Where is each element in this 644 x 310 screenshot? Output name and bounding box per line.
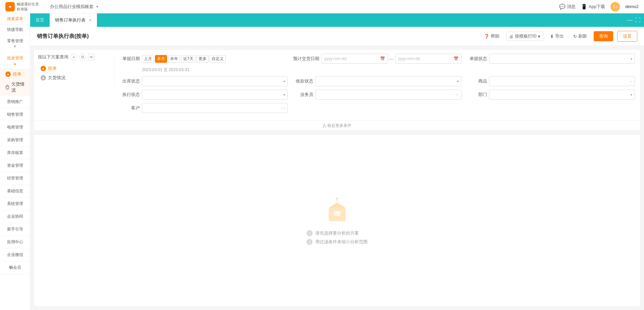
delivery-status-label: 出库状态: [120, 78, 140, 84]
dept-select[interactable]: [489, 90, 635, 100]
refresh-icon: ↻: [573, 34, 577, 39]
download-icon: 📱: [581, 4, 587, 10]
expected-date-label: 预计交货日期: [293, 56, 319, 62]
refresh-button[interactable]: ↻ 刷新: [571, 32, 590, 41]
sidebar-search[interactable]: 搜索菜单: [0, 13, 30, 25]
print-dropdown-icon[interactable]: ▾: [538, 34, 540, 39]
sidebar: 搜索菜单 快捷导航 零售管理 ▼ 批发管理 ▲ ● 按单 ● 欠货情况 营销推广…: [0, 13, 30, 310]
sidebar-item-label: 批发管理: [7, 55, 23, 61]
tab-close-icon[interactable]: ×: [89, 17, 92, 23]
print-button[interactable]: 🖨 按模板打印 ▾: [506, 32, 543, 41]
sidebar-item-wechat[interactable]: 企业微信: [0, 249, 30, 261]
message-action[interactable]: 💬 消息: [559, 4, 576, 10]
date-btn-7days[interactable]: 近7天: [181, 55, 196, 63]
sidebar-item-finance[interactable]: 资金管理: [0, 159, 30, 172]
status-dropdown-icon: ▾: [631, 57, 632, 61]
date-btn-this-year[interactable]: 本年: [168, 55, 180, 63]
svg-point-5: [336, 198, 338, 200]
status-control: ▾: [489, 54, 635, 64]
customer-input[interactable]: [142, 103, 288, 113]
customer-more-icon[interactable]: ···: [282, 106, 285, 110]
settings-button[interactable]: 设置: [617, 31, 637, 42]
sidebar-item-apps[interactable]: 应用中心: [0, 236, 30, 249]
payment-dropdown-icon: ▾: [457, 80, 459, 83]
date-btn-more[interactable]: 更多: [197, 55, 209, 63]
sidebar-item-guide[interactable]: 新手引导: [0, 223, 30, 236]
payment-status-control: ▾: [315, 76, 461, 86]
date-btn-this-month[interactable]: 本月: [155, 55, 167, 63]
top-header: 畅捷通好生意 标准版 办公用品行业模拟账套 ▾ 💬 消息 📱 App下载 Ea …: [0, 0, 644, 13]
sidebar-item-enterprise[interactable]: 企业协同: [0, 210, 30, 223]
tab-sales-order-execution[interactable]: 销售订单执行表 ×: [50, 13, 97, 27]
sidebar-sub-item-按单[interactable]: ● 按单: [0, 69, 30, 79]
chevron-up-icon: ▲: [13, 62, 17, 65]
sidebar-item-base-info[interactable]: 基础信息: [0, 185, 30, 198]
filter-panel: 按以下方案查询 + ⚙ ≪ ● 按单 ● 欠货情况: [34, 49, 641, 131]
date-range-display: 2023-03-01 至 2023-03-31: [120, 67, 635, 73]
scheme-item-label2: 欠货情况: [48, 75, 65, 81]
user-name[interactable]: demo2: [625, 4, 639, 9]
scheme-active-icon: ●: [41, 66, 46, 71]
customer-label: 客户: [120, 105, 140, 111]
sidebar-item-wholesale[interactable]: 批发管理 ▲: [0, 52, 30, 69]
payment-status-select[interactable]: [315, 76, 461, 86]
empty-tips: 1 请先选择要分析的方案 2 用过滤条件来缩小分析范围: [307, 230, 368, 245]
sidebar-item-operations[interactable]: 经营管理: [0, 172, 30, 185]
tab-minimize-icon[interactable]: —: [627, 17, 633, 23]
collapse-scheme-button[interactable]: ≪: [88, 54, 95, 60]
app-download-action[interactable]: 📱 App下载: [581, 4, 605, 10]
delivery-status-select[interactable]: [142, 76, 288, 86]
sidebar-item-member[interactable]: 畅会员: [0, 261, 30, 274]
sidebar-item-sales[interactable]: 销售管理: [0, 108, 30, 121]
user-avatar[interactable]: Ea: [610, 2, 620, 11]
sidebar-quick-nav[interactable]: 快捷导航: [0, 25, 30, 35]
help-button[interactable]: ❓ 帮助: [481, 32, 502, 41]
add-scheme-button[interactable]: +: [70, 54, 77, 60]
export-button[interactable]: ⬇ 导出: [547, 32, 567, 41]
status-select[interactable]: [489, 54, 635, 64]
sidebar-item-marketing[interactable]: 营销推广: [0, 96, 30, 108]
filter-field-payment-status: 收款状态 ▾: [293, 76, 461, 86]
salesman-input[interactable]: [315, 90, 461, 100]
exec-status-control: ▾: [142, 90, 288, 100]
filter-row-2: 出库状态 ▾ 收款状态 ▾: [120, 76, 635, 86]
top-nav-dropdown-icon[interactable]: ▾: [96, 4, 98, 9]
goods-input[interactable]: [489, 76, 635, 86]
sidebar-item-ecommerce[interactable]: 电商管理: [0, 121, 30, 134]
sidebar-item-inventory[interactable]: 库存核算: [0, 147, 30, 159]
tab-fullscreen-icon[interactable]: ⛶: [635, 17, 641, 23]
collapse-button[interactable]: ⋀ 收起更多条件: [323, 123, 352, 128]
date-btn-last-month[interactable]: 上月: [142, 55, 154, 63]
expected-date-start[interactable]: yyyy-mm-dd 📅: [321, 54, 388, 64]
filter-row-4: 客户 ···: [120, 103, 635, 113]
scheme-item-按单[interactable]: ● 按单: [38, 64, 110, 73]
scheme-label: 按以下方案查询: [38, 54, 68, 60]
goods-more-icon[interactable]: ···: [629, 79, 632, 84]
chevron-down-icon: ▼: [13, 45, 17, 48]
svg-rect-3: [334, 211, 340, 216]
calendar-icon: 📅: [380, 56, 385, 61]
page-title: 销售订单执行表(按单): [37, 33, 89, 40]
expected-date-end[interactable]: yyyy-mm-dd 📅: [395, 54, 462, 64]
tab-bar: 首页 销售订单执行表 × — ⛶: [30, 13, 644, 27]
sidebar-sub-item-欠货情况[interactable]: ● 欠货情况: [0, 79, 30, 95]
scheme-item-欠货情况[interactable]: ● 欠货情况: [38, 73, 110, 83]
filter-row-3: 执行状态 ▾ 业务员 ···: [120, 90, 635, 100]
tip-text-2: 用过滤条件来缩小分析范围: [315, 239, 368, 245]
exec-status-select[interactable]: [142, 90, 288, 100]
scheme-inactive-icon: ●: [41, 75, 46, 81]
query-button[interactable]: 查询: [594, 31, 613, 41]
collapse-up-icon: ⋀: [323, 123, 326, 128]
exec-status-label: 执行状态: [120, 92, 140, 98]
sidebar-item-purchase[interactable]: 采购管理: [0, 134, 30, 147]
sidebar-item-retail[interactable]: 零售管理 ▼: [0, 35, 30, 52]
salesman-control: ···: [315, 90, 461, 100]
edit-scheme-button[interactable]: ⚙: [79, 54, 86, 60]
salesman-more-icon[interactable]: ···: [455, 92, 459, 97]
filter-field-delivery-status: 出库状态 ▾: [120, 76, 288, 86]
filter-row-1: 单据日期 上月 本月 本年 近7天 更多 自定义: [120, 54, 635, 64]
sidebar-item-system[interactable]: 系统管理: [0, 198, 30, 210]
top-nav-title[interactable]: 办公用品行业模拟账套: [50, 4, 94, 10]
tab-home[interactable]: 首页: [30, 13, 50, 27]
date-btn-custom[interactable]: 自定义: [210, 55, 226, 63]
